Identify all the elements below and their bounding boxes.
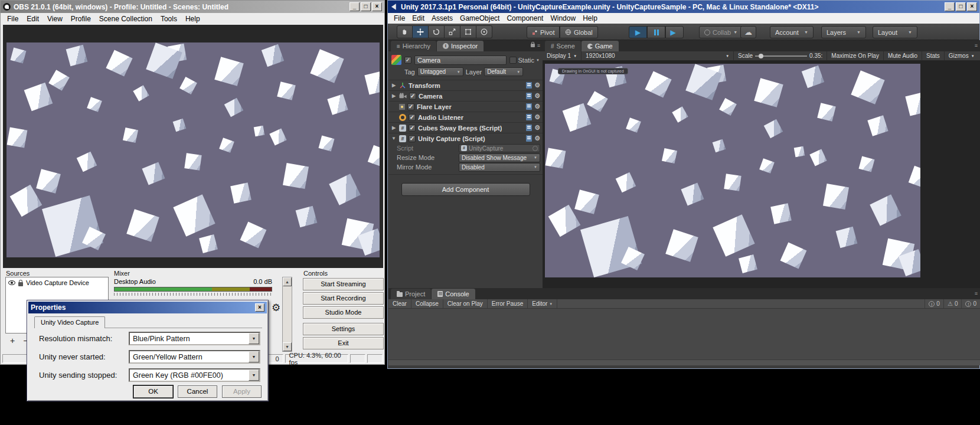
obs-titlebar[interactable]: OBS 21.0.1 (64bit, windows) - Profile: U… [1, 1, 384, 13]
component-enabled-checkbox[interactable]: ✓ [409, 114, 416, 121]
static-checkbox[interactable] [509, 57, 517, 64]
global-toggle-button[interactable]: Global [560, 26, 598, 38]
rotate-tool-button[interactable] [429, 25, 445, 38]
unity-menu-window[interactable]: Window [547, 14, 579, 23]
scroll-down-icon[interactable]: ▼ [283, 342, 292, 351]
console-clear-on-play-button[interactable]: Clear on Play [443, 299, 488, 308]
source-row-video-capture[interactable]: Video Capture Device [6, 277, 108, 288]
unity-maximize-button[interactable]: □ [956, 2, 966, 11]
static-toggle[interactable]: Static ▼ [509, 57, 540, 64]
mirror-mode-dropdown[interactable]: Disabled▼ [459, 163, 540, 172]
gameobject-name-field[interactable]: Camera [414, 55, 507, 65]
component-gear-icon[interactable]: ⚙ [534, 82, 540, 89]
start-streaming-button[interactable]: Start Streaming [303, 278, 384, 290]
foldout-icon[interactable]: ▶ [391, 93, 397, 99]
scroll-up-icon[interactable]: ▲ [283, 277, 292, 286]
mute-audio-button[interactable]: Mute Audio [884, 51, 922, 60]
unity-menu-file[interactable]: File [390, 14, 409, 23]
account-dropdown[interactable]: Account▼ [770, 26, 814, 38]
resize-mode-dropdown[interactable]: Disabled Show Message▼ [459, 153, 540, 162]
foldout-icon[interactable]: ▶ [391, 83, 397, 88]
obs-maximize-button[interactable]: □ [361, 2, 371, 11]
tab-project[interactable]: Project [391, 289, 431, 299]
settings-button[interactable]: Settings [303, 323, 384, 335]
dialog-titlebar[interactable]: Properties × [28, 302, 267, 313]
gizmos-dropdown[interactable]: Gizmos▼ [945, 51, 980, 60]
unity-minimize-button[interactable]: _ [945, 2, 955, 11]
console-editor-dropdown[interactable]: Editor▼ [528, 299, 557, 308]
tab-inspector[interactable]: i Inspector [437, 41, 484, 51]
component-gear-icon[interactable]: ⚙ [534, 103, 540, 110]
combo-arrow-icon[interactable]: ▼ [249, 351, 259, 362]
tab-scene[interactable]: # Scene [545, 41, 581, 51]
foldout-icon[interactable]: ▼ [391, 136, 397, 141]
inspector-lock-icon[interactable] [531, 44, 535, 47]
obs-minimize-button[interactable]: _ [349, 2, 360, 11]
pivot-toggle-button[interactable]: Pivot [527, 26, 560, 38]
obs-menu-profile[interactable]: Profile [67, 14, 95, 24]
obs-menu-file[interactable]: File [3, 14, 22, 24]
cloud-button[interactable]: ☁ [740, 26, 756, 38]
script-object-field[interactable]: # UnityCapture [459, 144, 540, 152]
help-icon[interactable] [526, 82, 532, 89]
console-warning-toggle[interactable]: ⚠ 0 [943, 299, 962, 308]
component-gear-icon[interactable]: ⚙ [534, 114, 540, 120]
move-tool-button[interactable] [413, 25, 429, 38]
component-enabled-checkbox[interactable]: ✓ [409, 135, 416, 142]
ok-button[interactable]: OK [133, 385, 173, 398]
collab-dropdown[interactable]: Collab ▼ [699, 26, 743, 38]
console-collapse-button[interactable]: Collapse [411, 299, 443, 308]
console-error-toggle[interactable]: ! 0 [961, 299, 980, 308]
resolution-dropdown[interactable]: 1920x1080▼ [582, 51, 734, 60]
unity-menu-edit[interactable]: Edit [409, 14, 428, 23]
component-transform[interactable]: ▶ Transform ⚙ [388, 80, 543, 90]
stats-button[interactable]: Stats [922, 51, 945, 60]
dialog-close-button[interactable]: × [255, 303, 264, 312]
component-unity-capture[interactable]: ▼ # ✓ Unity Capture (Script) ⚙ [388, 133, 543, 143]
layers-dropdown[interactable]: Layers▼ [821, 26, 866, 38]
help-icon[interactable] [526, 103, 532, 110]
component-cubes-sway-beeps[interactable]: ▶ # ✓ Cubes Sway Beeps (Script) ⚙ [388, 122, 543, 133]
combo-arrow-icon[interactable]: ▼ [249, 370, 259, 381]
help-icon[interactable] [526, 114, 532, 120]
add-component-button[interactable]: Add Component [401, 183, 530, 196]
tab-game[interactable]: Game [582, 41, 619, 51]
component-gear-icon[interactable]: ⚙ [534, 135, 540, 142]
transform-tool-button[interactable] [476, 25, 492, 38]
pane-menu-icon[interactable]: ≡ [537, 42, 540, 48]
console-info-toggle[interactable]: i 0 [925, 299, 943, 308]
play-button[interactable]: ▶ [629, 26, 647, 38]
scale-tool-button[interactable] [445, 25, 460, 38]
tab-console[interactable]: Console [432, 289, 475, 299]
help-icon[interactable] [526, 125, 532, 131]
scale-slider[interactable] [755, 55, 807, 57]
component-gear-icon[interactable]: ⚙ [534, 93, 540, 99]
unity-menu-gameobject[interactable]: GameObject [456, 14, 503, 23]
obs-menu-tools[interactable]: Tools [156, 14, 181, 24]
obs-menu-help[interactable]: Help [181, 14, 204, 24]
rect-tool-button[interactable] [460, 25, 476, 38]
pane-menu-icon[interactable]: ≡ [975, 42, 978, 48]
display-dropdown[interactable]: Display 1▼ [543, 51, 582, 60]
component-enabled-checkbox[interactable]: ✓ [409, 125, 416, 132]
unity-sending-stopped-select[interactable]: Green Key (RGB #00FE00) ▼ [129, 368, 260, 382]
obs-menu-scene-collection[interactable]: Scene Collection [95, 14, 156, 24]
pane-menu-icon[interactable]: ≡ [975, 290, 978, 296]
mixer-gear-icon[interactable]: ⚙ [272, 302, 280, 314]
layer-dropdown[interactable]: Default▼ [484, 67, 523, 76]
console-error-pause-button[interactable]: Error Pause [488, 299, 528, 308]
component-camera[interactable]: ▶ ✓ Camera ⚙ [388, 90, 543, 101]
maximize-on-play-button[interactable]: Maximize On Play [827, 51, 884, 60]
step-button[interactable]: ▶ [665, 26, 684, 38]
combo-arrow-icon[interactable]: ▼ [249, 333, 259, 344]
resolution-mismatch-select[interactable]: Blue/Pink Pattern ▼ [129, 332, 260, 345]
unity-menu-component[interactable]: Component [503, 14, 547, 23]
component-flare-layer[interactable]: ✓ Flare Layer ⚙ [388, 101, 543, 112]
unity-titlebar[interactable]: Unity 2017.3.1p1 Personal (64bit) - Unit… [388, 1, 979, 13]
obs-menu-view[interactable]: View [43, 14, 67, 24]
studio-mode-button[interactable]: Studio Mode [303, 306, 384, 319]
tab-hierarchy[interactable]: ≡ Hierarchy [391, 41, 436, 51]
component-enabled-checkbox[interactable]: ✓ [407, 103, 414, 110]
visibility-eye-icon[interactable] [8, 280, 15, 285]
exit-button[interactable]: Exit [303, 337, 384, 349]
